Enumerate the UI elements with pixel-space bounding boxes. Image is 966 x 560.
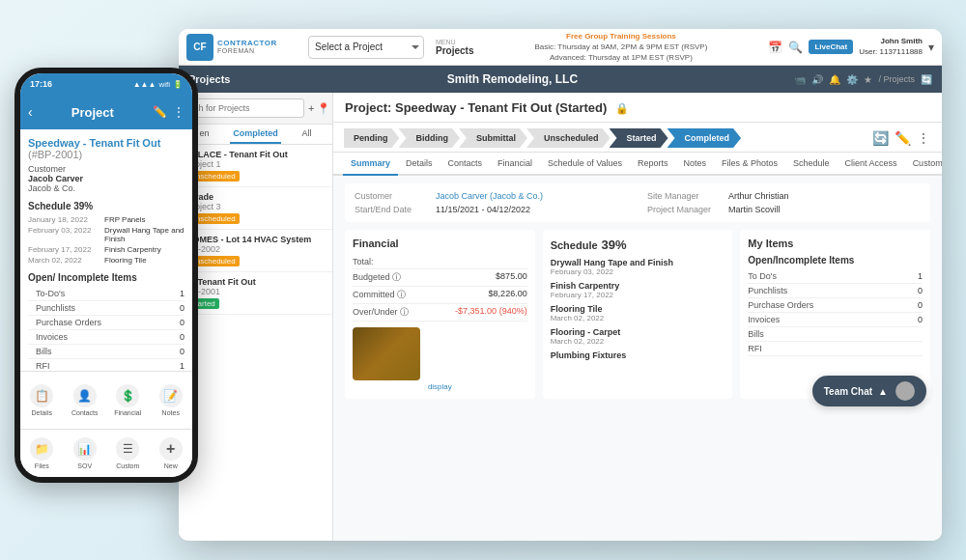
customer-row: Customer Jacob Carver (Jacob & Co.) [355, 191, 628, 201]
left-sidebar: + 📍 🔧 ⊞ en Completed All PALACE - Tenant… [179, 93, 333, 541]
tab-summary[interactable]: Summary [343, 153, 398, 176]
wifi-icon: wifi [158, 80, 170, 89]
mobile-footer-new[interactable]: + New [150, 430, 193, 477]
mobile-edit-icon[interactable]: ✏️ [153, 105, 167, 119]
sidebar-tab-completed[interactable]: Completed [230, 125, 281, 144]
battery-icon: 🔋 [173, 80, 183, 89]
mobile-open-title: Open/ Incomplete Items [28, 272, 185, 283]
tab-custom-fields[interactable]: Custom Fields [905, 153, 942, 176]
pipeline-completed[interactable]: Completed [668, 128, 742, 148]
tab-reports[interactable]: Reports [630, 153, 676, 176]
schedule-item: Finish Carpentry February 17, 2022 [551, 281, 725, 299]
sidebar-header-icons: + 📍 🔧 ⊞ [308, 102, 333, 115]
list-item[interactable]: rgrade Project 3 Unscheduled [179, 187, 332, 230]
location-icon[interactable]: 📍 [317, 102, 330, 115]
team-chat-button[interactable]: Team Chat ▲ [812, 376, 926, 406]
mobile-customer-name: Jacob Carver [28, 174, 83, 183]
pipeline-started[interactable]: Started [610, 128, 668, 148]
list-item[interactable]: PALACE - Tenant Fit Out Project 1 Unsche… [179, 145, 332, 187]
pipeline-wrapper: Pending Bidding Submittal Unscheduled St… [333, 123, 942, 153]
menu-value: Projects [436, 45, 473, 56]
calendar-icon[interactable]: 📅 [768, 41, 782, 54]
mobile-footer-sov[interactable]: 📊 SOV [64, 430, 107, 477]
pipeline-actions: 🔄 ✏️ ⋮ [865, 130, 930, 146]
sub-header-icons: 📹 🔊 🔔 ⚙️ ★ / Projects 🔄 [794, 74, 932, 85]
user-chevron-icon[interactable]: ▾ [928, 41, 934, 54]
display-label[interactable]: display [353, 382, 527, 391]
tab-notes[interactable]: Notes [676, 153, 715, 176]
mobile-footer-custom[interactable]: ☰ Custom [106, 430, 150, 477]
mobile-back-button[interactable]: ‹ [28, 104, 33, 120]
more-options-icon[interactable]: ⋮ [917, 130, 930, 146]
open-item-bills: Bills [748, 327, 923, 342]
schedule-card: Schedule 39% Drywall Hang Tape and Finis… [543, 230, 733, 399]
mobile-schedule-title: Schedule 39% [28, 201, 185, 211]
sidebar-search-input[interactable] [186, 98, 304, 118]
files-icon: 📁 [30, 437, 53, 461]
mobile-status-bar: 17:16 ▲▲▲ wifi 🔋 [20, 73, 192, 95]
tab-schedule-values[interactable]: Schedule of Values [540, 153, 630, 176]
training-area: Free Group Training Sessions Basic: Thur… [479, 31, 762, 64]
refresh-icon[interactable]: 🔄 [921, 74, 932, 85]
contacts-icon: 👤 [73, 384, 97, 407]
mobile-footer-notes[interactable]: 📝 Notes [150, 372, 193, 429]
mobile-footer-details[interactable]: 📋 Details [20, 372, 64, 429]
mobile-schedule-row: March 02, 2022 Flooring Tile [28, 256, 185, 265]
mobile-customer-company: Jacob & Co. [28, 183, 75, 193]
customer-value[interactable]: Jacob Carver (Jacob & Co.) [436, 191, 543, 201]
project-thumbnail[interactable] [353, 327, 420, 380]
star-icon[interactable]: ★ [864, 74, 872, 85]
settings-icon[interactable]: ⚙️ [846, 74, 858, 85]
mobile-footer-financial[interactable]: 💲 Financial [106, 372, 150, 429]
sov-icon: 📊 [73, 437, 97, 461]
tab-financial[interactable]: Financial [490, 153, 540, 176]
bell-icon[interactable]: 🔔 [829, 74, 840, 85]
team-chat-label: Team Chat [824, 386, 872, 397]
pipeline-unscheduled[interactable]: Unscheduled [526, 128, 611, 148]
add-icon[interactable]: + [308, 102, 314, 115]
tab-client-access[interactable]: Client Access [838, 153, 905, 176]
tab-contacts[interactable]: Contacts [440, 153, 491, 176]
budgeted-value: $875.00 [496, 271, 527, 284]
livechat-button[interactable]: LiveChat [809, 40, 853, 54]
pipeline-submittal[interactable]: Submittal [459, 128, 527, 148]
financial-icon: 💲 [116, 384, 139, 407]
financial-over-under-row: Over/Under ⓘ -$7,351.00 (940%) [353, 304, 527, 322]
mobile-header-title: Project [39, 105, 147, 120]
open-items-title: Open/Incomplete Items [748, 255, 923, 266]
start-end-row: Start/End Date 11/15/2021 - 04/12/2022 [355, 205, 628, 214]
breadcrumb: / Projects [878, 74, 915, 85]
mobile-footer-contacts[interactable]: 👤 Contacts [64, 372, 107, 429]
committed-label: Committed ⓘ [353, 289, 406, 301]
tab-files-photos[interactable]: Files & Photos [714, 153, 785, 176]
pipeline-bidding[interactable]: Bidding [399, 128, 461, 148]
content-area: + 📍 🔧 ⊞ en Completed All PALACE - Tenant… [179, 93, 942, 541]
edit-project-icon[interactable]: ✏️ [895, 130, 911, 146]
menu-label: MENU [436, 39, 473, 45]
logo-icon: CF [186, 34, 213, 61]
list-item[interactable]: r - Tenant Fit Out BP-2001 Started [179, 272, 332, 315]
project-manager-value: Martin Scovill [728, 205, 781, 214]
mobile-status-icons: ▲▲▲ wifi 🔋 [133, 80, 183, 89]
mobile-more-icon[interactable]: ⋮ [173, 105, 185, 119]
top-bar-icons: 📅 🔍 LiveChat John Smith User: 1137111888… [768, 37, 934, 57]
project-select[interactable]: Select a Project [308, 36, 424, 59]
mobile-footer-files[interactable]: 📁 Files [20, 430, 64, 477]
sidebar-tab-all[interactable]: All [281, 125, 332, 144]
refresh-project-icon[interactable]: 🔄 [872, 130, 889, 146]
pipeline-pending[interactable]: Pending [344, 128, 400, 148]
list-item[interactable]: HOMES - Lot 14 HVAC System FH-2002 Unsch… [179, 230, 332, 272]
mobile-schedule-row: January 18, 2022 FRP Panels [28, 215, 185, 224]
tab-schedule[interactable]: Schedule [785, 153, 838, 176]
mobile-open-item: Purchase Orders 0 [28, 316, 185, 330]
summary-content: Customer Jacob Carver (Jacob & Co.) Site… [333, 176, 942, 406]
tab-nav: Summary Details Contacts Financial Sched… [333, 153, 942, 176]
schedule-item: Flooring Tile March 02, 2022 [551, 304, 725, 322]
project-manager-label: Project Manager [647, 205, 724, 214]
search-icon[interactable]: 🔍 [788, 41, 803, 54]
tab-details[interactable]: Details [398, 153, 440, 176]
details-icon: 📋 [30, 384, 53, 407]
user-info: John Smith User: 1137111888 [859, 37, 923, 57]
video-icon[interactable]: 📹 [794, 74, 806, 85]
speaker-icon[interactable]: 🔊 [811, 74, 823, 85]
